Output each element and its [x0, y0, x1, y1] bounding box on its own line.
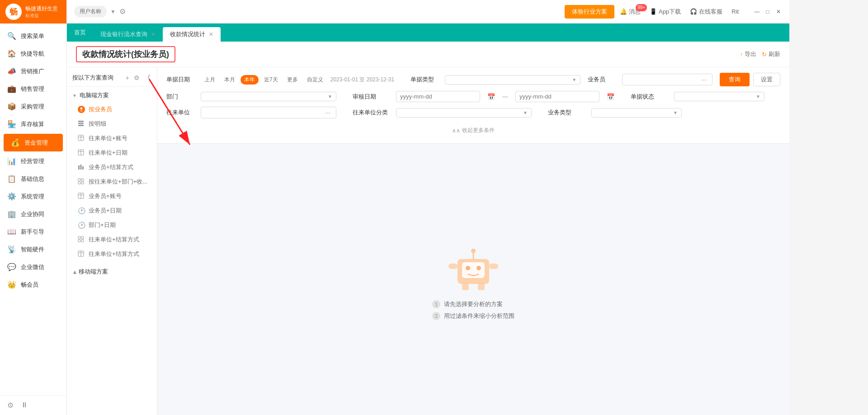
gear-bottom-icon[interactable]: ⚙ — [7, 401, 14, 410]
page-content: 收款情况统计(按业务员) ↑ 导出 ↻ 刷新 按以下 — [67, 42, 789, 415]
date-tab-last-month[interactable]: 上月 — [201, 75, 219, 85]
collapse-scheme-icon[interactable]: 《 — [143, 73, 151, 83]
tab-close-bank[interactable]: ✕ — [151, 31, 156, 38]
crown-icon: 👑 — [7, 280, 16, 289]
svg-rect-33 — [448, 264, 458, 269]
bill-type-select[interactable]: ▼ — [445, 75, 580, 85]
audit-date-end-calendar-icon[interactable]: 📅 — [607, 93, 614, 100]
sidebar-item-quick-nav[interactable]: 🏠 快捷导航 — [0, 45, 66, 62]
sidebar-item-purchase[interactable]: 📦 采购管理 — [0, 98, 66, 115]
tab-close-collection[interactable]: ✕ — [209, 31, 213, 38]
staff-account-icon — [78, 193, 85, 200]
scheme-item-partner-settle2[interactable]: 往来单位+结算方式 — [67, 247, 157, 261]
settings-button[interactable]: 设置 — [753, 73, 780, 86]
app-logo: 畅 畅捷通好生意 标准版 — [0, 0, 66, 24]
online-service-action[interactable]: 🎧 在线客服 — [690, 8, 722, 16]
header-gear-icon[interactable]: ⚙ — [119, 7, 126, 16]
partner-label: 往来单位 — [166, 108, 193, 117]
sidebar-item-guide[interactable]: 📖 新手引导 — [0, 223, 66, 241]
close-icon[interactable]: ✕ — [775, 8, 782, 15]
briefcase-icon: 💼 — [7, 85, 16, 93]
refresh-button[interactable]: ↻ 刷新 — [762, 50, 780, 58]
date-tab-custom[interactable]: 自定义 — [303, 75, 327, 85]
partner-category-select[interactable]: ▼ — [396, 108, 532, 118]
svg-point-32 — [471, 249, 476, 253]
partner-dots-icon[interactable]: ··· — [325, 109, 330, 116]
pause-icon[interactable]: ⏸ — [21, 401, 28, 410]
dept-label: 部门 — [166, 93, 193, 101]
filter-row-1: 单据日期 上月 本月 本年 近7天 更多 自定义 2023-01-01 至 20… — [166, 73, 780, 86]
minimize-icon[interactable]: — — [753, 8, 760, 15]
query-button[interactable]: 查询 — [720, 73, 750, 86]
scheme-item-staff-date[interactable]: 🕐 业务员+日期 — [67, 203, 157, 218]
logo-icon: 畅 — [5, 4, 22, 20]
scheme-item-partner-date[interactable]: 往来单位+日期 — [67, 146, 157, 160]
user-pill: 用户名称 — [74, 6, 107, 17]
sidebar-item-inventory[interactable]: 🏪 库存核算 — [0, 115, 66, 133]
tip-num-1: 1 — [432, 300, 440, 308]
audit-date-start-input[interactable] — [396, 91, 480, 102]
scheme-item-by-staff[interactable]: 按业务员 — [67, 102, 157, 117]
cross-table-icon — [78, 178, 85, 186]
sidebar-item-finance[interactable]: 💰 资金管理 — [4, 134, 63, 151]
sidebar-item-operations[interactable]: 📊 经营管理 — [0, 152, 66, 170]
sidebar-item-marketing[interactable]: 📣 营销推广 — [0, 62, 66, 80]
collapse-bar[interactable]: ∧∧ 收起更多条件 — [166, 123, 780, 138]
partner-select[interactable]: ··· — [201, 107, 336, 118]
megaphone-icon: 📣 — [7, 67, 16, 75]
scheme-item-staff-settle[interactable]: 业务员+结算方式 — [67, 160, 157, 174]
try-industry-button[interactable]: 体验行业方案 — [565, 5, 614, 19]
scheme-header-icons: + ⚙ 《 — [125, 73, 151, 83]
export-button[interactable]: ↑ 导出 — [740, 50, 757, 58]
sidebar-item-member[interactable]: 👑 畅会员 — [0, 276, 66, 293]
scheme-group-mobile-header[interactable]: ▶ 移动端方案 — [67, 265, 157, 278]
scheme-group-desktop-header[interactable]: ▼ 电脑端方案 — [67, 89, 157, 102]
audit-date-end-input[interactable] — [515, 91, 599, 102]
chevron-down-icon[interactable]: ▼ — [110, 9, 116, 15]
message-badge: 99+ — [636, 4, 647, 11]
sidebar-item-sales[interactable]: 💼 销售管理 — [0, 80, 66, 98]
clock-icon: 🕐 — [78, 207, 85, 214]
date-range-text: 2023-01-01 至 2023-12-31 — [330, 76, 394, 84]
message-action[interactable]: 🔔 消息 99+ — [620, 8, 641, 16]
staff-select[interactable]: ··· — [622, 74, 712, 85]
scheme-item-by-detail[interactable]: 按明细 — [67, 117, 157, 131]
dept-select[interactable]: ▼ — [201, 92, 336, 101]
date-tab-7days[interactable]: 近7天 — [260, 75, 282, 85]
window-controls: — □ ✕ — [753, 8, 782, 15]
sidebar-item-system[interactable]: ⚙️ 系统管理 — [0, 188, 66, 205]
svg-rect-13 — [78, 179, 80, 181]
scheme-item-partner-dept[interactable]: 按往来单位+部门+收... — [67, 174, 157, 189]
tab-collection-stats[interactable]: 收款情况统计 ✕ — [163, 27, 221, 42]
sidebar-item-search-menu[interactable]: 🔍 搜索菜单 — [0, 27, 66, 45]
tab-home[interactable]: 首页 — [67, 24, 93, 42]
sidebar-item-enterprise[interactable]: 🏢 企业协同 — [0, 205, 66, 223]
scheme-item-partner-settle1[interactable]: 往来单位+结算方式 — [67, 232, 157, 247]
svg-rect-2 — [78, 123, 84, 124]
filter-area: 单据日期 上月 本月 本年 近7天 更多 自定义 2023-01-01 至 20… — [157, 67, 789, 144]
date-tab-more[interactable]: 更多 — [283, 75, 302, 85]
scheme-item-staff-account[interactable]: 业务员+账号 — [67, 189, 157, 203]
date-tab-this-year[interactable]: 本年 — [241, 75, 259, 85]
scheme-item-dept-date[interactable]: 🕑 部门+日期 — [67, 218, 157, 232]
sidebar-item-wechat[interactable]: 💬 企业微信 — [0, 258, 66, 276]
biz-type-select[interactable]: ▼ — [591, 108, 682, 118]
maximize-icon[interactable]: □ — [764, 8, 771, 15]
app-download-action[interactable]: 📱 App下载 — [650, 8, 681, 16]
staff-dots-icon[interactable]: ··· — [701, 76, 707, 83]
tip-num-2: 2 — [432, 312, 440, 320]
content-panel: 单据日期 上月 本月 本年 近7天 更多 自定义 2023-01-01 至 20… — [157, 67, 789, 415]
settings-scheme-icon[interactable]: ⚙ — [133, 73, 141, 82]
sidebar-item-basic-info[interactable]: 📋 基础信息 — [0, 170, 66, 188]
settings-icon: ⚙️ — [7, 192, 16, 201]
add-scheme-icon[interactable]: + — [125, 73, 130, 82]
audit-date-start-calendar-icon[interactable]: 📅 — [487, 93, 495, 100]
sidebar-item-smart-hw[interactable]: 📡 智能硬件 — [0, 241, 66, 258]
bill-status-select[interactable]: ▼ — [674, 92, 764, 101]
date-tab-this-month[interactable]: 本月 — [221, 75, 239, 85]
sidebar-nav: 🔍 搜索菜单 🏠 快捷导航 📣 营销推广 💼 销售管理 📦 采购管理 🏪 — [0, 24, 66, 395]
tab-bank-flow[interactable]: 现金银行流水查询 ✕ — [93, 27, 163, 42]
dept-arrow-icon: ▼ — [328, 94, 332, 99]
bill-status-arrow-icon: ▼ — [756, 94, 760, 99]
scheme-item-partner-account[interactable]: 往来单位+账号 — [67, 131, 157, 146]
